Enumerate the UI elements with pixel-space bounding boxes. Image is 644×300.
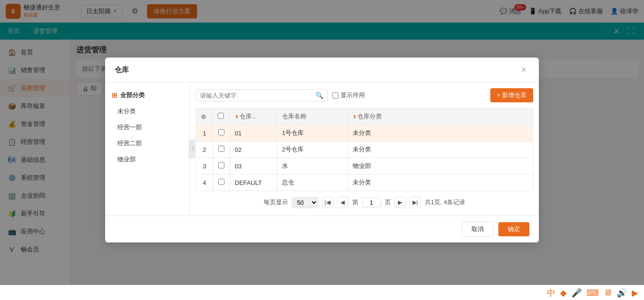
category-header-label: 全部分类 xyxy=(120,91,145,100)
table-row[interactable]: 3 03 水 物业部 xyxy=(196,158,533,175)
row-category: 未分类 xyxy=(348,142,533,158)
dialog-footer: 取消 确定 xyxy=(105,216,539,242)
search-icon[interactable]: 🔍 xyxy=(315,92,323,99)
table-row[interactable]: 1 01 1号仓库 未分类 xyxy=(196,125,533,142)
page-label: 第 xyxy=(352,198,358,207)
page-next-button[interactable]: ▶ xyxy=(395,197,406,208)
table-header-row: ⚙ ⬆仓库... 仓库名称 ⬆仓库分类 xyxy=(196,108,533,125)
row-code: 01 xyxy=(230,125,277,142)
row-num: 2 xyxy=(196,142,213,158)
row-checkbox[interactable] xyxy=(213,175,230,191)
row-name: 水 xyxy=(277,158,348,175)
table-toolbar: 🔍 显示停用 + 新增仓库 xyxy=(196,88,533,102)
row-num: 3 xyxy=(196,158,213,175)
warehouse-dialog: 仓库 × ⊞ 全部分类 未分类 经营一部 经营二部 物业部 《 xyxy=(105,58,539,242)
th-code: ⬆仓库... xyxy=(230,108,277,125)
search-box: 🔍 xyxy=(196,89,328,101)
total-info: 共1页, 4条记录 xyxy=(425,198,466,207)
per-page-label: 每页显示 xyxy=(264,198,288,207)
th-checkbox xyxy=(213,108,230,125)
status-icon-mic[interactable]: 🎤 xyxy=(571,288,582,298)
th-name: 仓库名称 xyxy=(277,108,348,125)
table-head: ⚙ ⬆仓库... 仓库名称 ⬆仓库分类 xyxy=(196,108,533,125)
sort-icon-cat: ⬆ xyxy=(353,114,356,119)
pagination-bar: 每页显示 50 20 100 |◀ ◀ 第 页 ▶ ▶| 共1页, 4条记录 xyxy=(196,191,533,210)
status-icon-diamond[interactable]: ◆ xyxy=(560,288,567,298)
category-grid-icon: ⊞ xyxy=(112,92,117,99)
status-icon-keyboard[interactable]: ⌨ xyxy=(586,288,599,298)
category-panel: ⊞ 全部分类 未分类 经营一部 经营二部 物业部 《 xyxy=(105,83,190,216)
per-page-select[interactable]: 50 20 100 xyxy=(292,197,318,208)
status-bar: 中 ◆ 🎤 ⌨ 🖥 🔊 ▶ xyxy=(0,285,644,300)
dialog-title: 仓库 xyxy=(115,66,129,75)
dialog-header: 仓库 × xyxy=(105,58,539,83)
page-prev-button[interactable]: ◀ xyxy=(337,197,348,208)
row-category: 未分类 xyxy=(348,125,533,142)
row-checkbox[interactable] xyxy=(213,142,230,158)
warehouse-table: ⚙ ⬆仓库... 仓库名称 ⬆仓库分类 xyxy=(196,108,533,191)
category-header[interactable]: ⊞ 全部分类 xyxy=(105,87,190,103)
row-name: 2号仓库 xyxy=(277,142,348,158)
table-row[interactable]: 4 DEFAULT 总仓 未分类 xyxy=(196,175,533,191)
table-panel: 🔍 显示停用 + 新增仓库 ⚙ xyxy=(190,83,539,216)
row-category: 未分类 xyxy=(348,175,533,191)
row-checkbox[interactable] xyxy=(213,125,230,142)
cancel-button[interactable]: 取消 xyxy=(462,222,494,237)
page-first-button[interactable]: |◀ xyxy=(322,197,333,208)
category-item-dept1[interactable]: 经营一部 xyxy=(105,119,190,135)
show-disabled-checkbox[interactable] xyxy=(332,92,339,99)
table-body: 1 01 1号仓库 未分类 2 02 2号仓库 xyxy=(196,125,533,191)
status-icon-volume[interactable]: 🔊 xyxy=(617,288,627,298)
row-num: 1 xyxy=(196,125,213,142)
row-code: 03 xyxy=(230,158,277,175)
table-row[interactable]: 2 02 2号仓库 未分类 xyxy=(196,142,533,158)
th-category: ⬆仓库分类 xyxy=(348,108,533,125)
page-input[interactable] xyxy=(362,198,381,208)
category-item-property[interactable]: 物业部 xyxy=(105,151,190,167)
category-item-unclassified[interactable]: 未分类 xyxy=(105,103,190,119)
status-icon-play[interactable]: ▶ xyxy=(632,288,638,298)
overlay: 仓库 × ⊞ 全部分类 未分类 经营一部 经营二部 物业部 《 xyxy=(0,0,644,300)
add-warehouse-button[interactable]: + 新增仓库 xyxy=(490,88,533,102)
sort-icon-code: ⬆ xyxy=(235,114,239,119)
category-item-dept2[interactable]: 经营二部 xyxy=(105,135,190,151)
status-icon-zhong[interactable]: 中 xyxy=(547,287,555,299)
page-unit: 页 xyxy=(385,198,391,207)
dialog-body: ⊞ 全部分类 未分类 经营一部 经营二部 物业部 《 🔍 xyxy=(105,83,539,216)
page-last-button[interactable]: ▶| xyxy=(410,197,421,208)
row-category: 物业部 xyxy=(348,158,533,175)
row-num: 4 xyxy=(196,175,213,191)
search-input[interactable] xyxy=(200,92,315,99)
row-name: 1号仓库 xyxy=(277,125,348,142)
dialog-close-button[interactable]: × xyxy=(518,64,529,75)
row-name: 总仓 xyxy=(277,175,348,191)
row-checkbox[interactable] xyxy=(213,158,230,175)
th-settings: ⚙ xyxy=(196,108,213,125)
category-collapse-button[interactable]: 《 xyxy=(189,140,195,158)
table-container: ⚙ ⬆仓库... 仓库名称 ⬆仓库分类 xyxy=(196,108,533,191)
row-code: DEFAULT xyxy=(230,175,277,191)
confirm-button[interactable]: 确定 xyxy=(498,222,529,236)
row-code: 02 xyxy=(230,142,277,158)
select-all-checkbox[interactable] xyxy=(218,113,224,119)
status-icon-monitor[interactable]: 🖥 xyxy=(603,288,612,298)
show-disabled-label[interactable]: 显示停用 xyxy=(332,91,365,100)
